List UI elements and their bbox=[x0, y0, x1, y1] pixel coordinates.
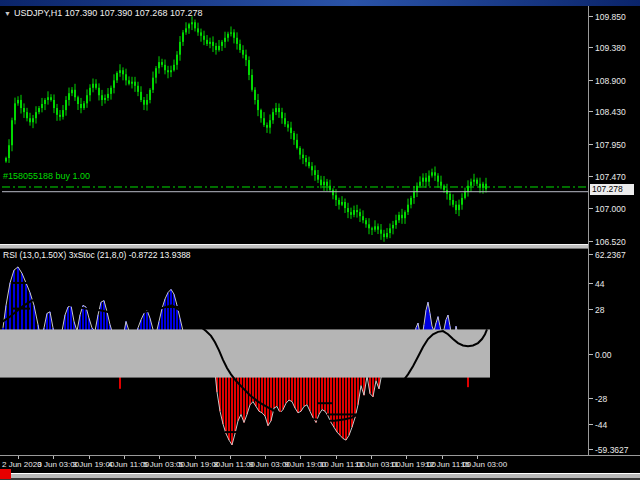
candle-body bbox=[455, 205, 457, 210]
candle-body bbox=[140, 92, 142, 100]
candle-body bbox=[5, 158, 7, 161]
candle-body bbox=[134, 82, 136, 86]
candle-body bbox=[269, 120, 271, 127]
candle-body bbox=[380, 230, 382, 234]
candle-body bbox=[293, 133, 295, 140]
candle-body bbox=[77, 97, 79, 104]
candle-body bbox=[236, 38, 238, 44]
candle-body bbox=[164, 65, 166, 70]
candle-body bbox=[200, 32, 202, 35]
candle-body bbox=[284, 118, 286, 124]
candle-body bbox=[212, 42, 214, 46]
candle-body bbox=[290, 128, 292, 133]
candle-body bbox=[56, 108, 58, 115]
candle-body bbox=[437, 176, 439, 182]
candle-body bbox=[272, 112, 274, 120]
candle-body bbox=[407, 205, 409, 212]
indicator-canvas[interactable] bbox=[0, 249, 588, 455]
candle-body bbox=[392, 225, 394, 228]
candle-body bbox=[95, 84, 97, 88]
candle-body bbox=[470, 182, 472, 186]
candle-body bbox=[53, 100, 55, 108]
candle-body bbox=[131, 82, 133, 84]
candle-body bbox=[188, 24, 190, 28]
candle-body bbox=[374, 226, 376, 229]
candle-body bbox=[329, 186, 331, 190]
neutral-band bbox=[0, 329, 490, 377]
candle-body bbox=[383, 234, 385, 237]
candle-body bbox=[47, 97, 49, 100]
candle-body bbox=[275, 108, 277, 112]
price-axis[interactable]: 107.278 109.850109.380108.900108.430107.… bbox=[588, 6, 640, 455]
indicator-pane[interactable] bbox=[0, 249, 588, 455]
time-axis-tick bbox=[300, 456, 301, 459]
time-axis-tick bbox=[442, 456, 443, 459]
candle-body bbox=[473, 180, 475, 182]
candle-body bbox=[344, 202, 346, 208]
candle-body bbox=[230, 32, 232, 33]
candle-body bbox=[260, 110, 262, 118]
candle-body bbox=[254, 90, 256, 100]
candle-body bbox=[143, 100, 145, 105]
candle-body bbox=[98, 88, 100, 95]
candle-body bbox=[224, 38, 226, 42]
candle-body bbox=[335, 195, 337, 200]
candle-body bbox=[323, 182, 325, 185]
time-axis-tick bbox=[89, 456, 90, 459]
candle-body bbox=[248, 60, 250, 75]
candle-body bbox=[173, 65, 175, 70]
candle-body bbox=[305, 158, 307, 162]
indicator-level-label: 0.00 bbox=[595, 350, 612, 360]
candle-body bbox=[326, 182, 328, 186]
candle-body bbox=[101, 95, 103, 100]
candle-body bbox=[311, 166, 313, 170]
candle-body bbox=[182, 32, 184, 41]
candle-body bbox=[278, 108, 280, 112]
chart-title-text: USDJPY,H1 107.390 107.390 107.268 107.27… bbox=[14, 8, 203, 18]
candle-body bbox=[179, 42, 181, 55]
candle-body bbox=[218, 46, 220, 50]
candle-body bbox=[83, 103, 85, 108]
open-order-label: #158055188 buy 1.00 bbox=[3, 171, 90, 181]
chart-title: ▼USDJPY,H1 107.390 107.390 107.268 107.2… bbox=[4, 8, 202, 18]
candle-body bbox=[35, 112, 37, 118]
candle-body bbox=[26, 112, 28, 118]
candle-body bbox=[389, 228, 391, 233]
candle-body bbox=[23, 108, 25, 112]
candle-body bbox=[227, 34, 229, 38]
candle-body bbox=[368, 224, 370, 228]
candle-body bbox=[137, 86, 139, 92]
window-bottom-border bbox=[0, 473, 640, 480]
candle-body bbox=[161, 62, 163, 65]
candle-body bbox=[122, 70, 124, 74]
price-chart-canvas[interactable] bbox=[0, 6, 588, 244]
candle-body bbox=[167, 70, 169, 72]
time-axis[interactable]: 2 Jun 20203 Jun 03:003 Jun 19:004 Jun 11… bbox=[0, 455, 640, 473]
time-axis-label: 15 Jun 03:00 bbox=[461, 460, 507, 469]
candle-body bbox=[50, 97, 52, 100]
candle-body bbox=[371, 228, 373, 229]
candle-body bbox=[395, 220, 397, 225]
indicator-max-label: 62.2367 bbox=[595, 250, 626, 260]
candle-body bbox=[8, 145, 10, 158]
candle-body bbox=[17, 100, 19, 103]
candle-body bbox=[386, 233, 388, 237]
candle-body bbox=[38, 108, 40, 112]
price-chart-pane[interactable] bbox=[0, 6, 588, 244]
candle-body bbox=[203, 36, 205, 40]
candle-body bbox=[89, 88, 91, 95]
time-axis-tick bbox=[336, 456, 337, 459]
candle-body bbox=[113, 80, 115, 87]
candle-body bbox=[461, 198, 463, 205]
candle-body bbox=[170, 70, 172, 72]
candle-body bbox=[149, 90, 151, 100]
symbol-dropdown-icon[interactable]: ▼ bbox=[4, 10, 11, 17]
candle-body bbox=[71, 90, 73, 93]
price-axis-label: 106.520 bbox=[595, 237, 626, 247]
candle-body bbox=[422, 178, 424, 182]
candle-body bbox=[176, 55, 178, 65]
candle-body bbox=[281, 112, 283, 118]
indicator-level-label: -44 bbox=[595, 420, 607, 430]
candle-body bbox=[209, 42, 211, 44]
candle-body bbox=[110, 88, 112, 94]
